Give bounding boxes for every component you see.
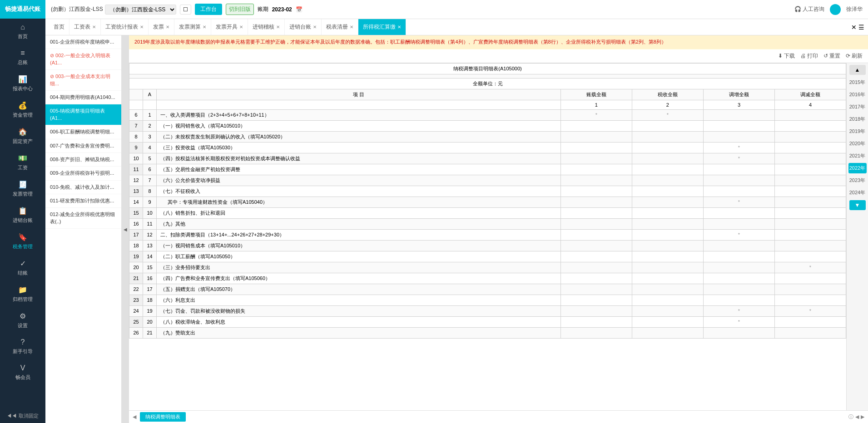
cell-14-d[interactable] bbox=[632, 197, 703, 207]
tab-payroll-stat-close[interactable]: ✕ bbox=[140, 25, 144, 30]
cell-17-e[interactable]: * bbox=[703, 229, 774, 240]
sidebar-item-guide[interactable]: ? 新手引导 bbox=[0, 334, 45, 359]
cell-11-e[interactable] bbox=[703, 164, 774, 175]
cell-22-e[interactable] bbox=[703, 284, 774, 295]
cell-16-d[interactable] bbox=[632, 218, 703, 229]
cell-7-e[interactable] bbox=[703, 120, 774, 131]
list-item-003[interactable]: ⊘ 003-一般企业成本支出明细... bbox=[45, 70, 121, 91]
tab-payroll-close[interactable]: ✕ bbox=[92, 25, 96, 30]
user-service[interactable]: 🎧 人工咨询 bbox=[794, 5, 824, 13]
cell-21-f[interactable] bbox=[774, 273, 846, 284]
list-item-002[interactable]: ⊘ 002-一般企业收入明细表(A1... bbox=[45, 49, 121, 70]
tab-invoice-close[interactable]: ✕ bbox=[166, 25, 169, 30]
cell-22-f[interactable] bbox=[774, 284, 846, 295]
cell-6-d[interactable]: * bbox=[632, 109, 703, 120]
cell-17-f[interactable] bbox=[774, 229, 846, 240]
sidebar-item-settings[interactable]: ⚙ 设置 bbox=[0, 307, 45, 334]
goto-old-button[interactable]: 切到旧版 bbox=[226, 4, 254, 15]
cell-15-c[interactable] bbox=[560, 207, 632, 218]
tab-invoice-calc[interactable]: 发票测算 ✕ bbox=[174, 19, 211, 35]
cell-14-e[interactable]: * bbox=[703, 197, 774, 207]
year-nav-up[interactable]: ▲ bbox=[849, 65, 866, 75]
tab-purchase-check-close[interactable]: ✕ bbox=[276, 25, 280, 30]
year-2022[interactable]: 2022年 bbox=[848, 163, 867, 173]
minimize-icon[interactable]: ☰ bbox=[858, 24, 864, 31]
cell-9-e[interactable]: * bbox=[703, 142, 774, 153]
cell-16-f[interactable] bbox=[774, 218, 846, 229]
cell-11-f[interactable] bbox=[774, 164, 846, 175]
sidebar-item-ledger[interactable]: ≡ 总账 bbox=[0, 44, 45, 70]
cell-7-d[interactable] bbox=[632, 120, 703, 131]
download-btn[interactable]: ⬇ 下载 bbox=[778, 52, 795, 60]
cell-6-f[interactable] bbox=[774, 109, 846, 120]
tab-income-tax-close[interactable]: ✕ bbox=[397, 25, 401, 30]
cell-13-d[interactable] bbox=[632, 186, 703, 197]
cell-21-e[interactable] bbox=[703, 273, 774, 284]
cell-25-f[interactable] bbox=[774, 316, 846, 327]
year-2017[interactable]: 2017年 bbox=[848, 102, 867, 112]
cell-8-e[interactable] bbox=[703, 131, 774, 142]
collapse-panel-btn[interactable]: ◀ bbox=[122, 35, 129, 423]
sidebar-item-invoice[interactable]: 🧾 发票管理 bbox=[0, 176, 45, 202]
year-2019[interactable]: 2019年 bbox=[848, 126, 867, 137]
cell-26-c[interactable] bbox=[560, 327, 632, 338]
cell-19-d[interactable] bbox=[632, 251, 703, 262]
cell-12-f[interactable] bbox=[774, 175, 846, 186]
sidebar-item-fixed-assets[interactable]: 🏠 固定资产 bbox=[0, 123, 45, 149]
year-2016[interactable]: 2016年 bbox=[848, 89, 867, 100]
cell-14-f[interactable] bbox=[774, 197, 846, 207]
cell-13-c[interactable] bbox=[560, 186, 632, 197]
close-all-icon[interactable]: ✕ bbox=[851, 24, 857, 31]
cell-11-d[interactable] bbox=[632, 164, 703, 175]
cell-10-e[interactable]: * bbox=[703, 153, 774, 164]
period-icon[interactable]: 📅 bbox=[296, 6, 303, 13]
tab-tax-list-close[interactable]: ✕ bbox=[350, 25, 353, 30]
list-item-004[interactable]: 004-期间费用明细表(A1040... bbox=[45, 91, 121, 104]
cell-10-c[interactable] bbox=[560, 153, 632, 164]
list-item-010[interactable]: 010-免税、减计收入及加计... bbox=[45, 181, 121, 194]
tab-payroll-stat[interactable]: 工资统计报表 ✕ bbox=[101, 19, 149, 35]
tab-income-tax[interactable]: 所得税汇算缴 ✕ bbox=[358, 19, 406, 35]
cell-19-c[interactable] bbox=[560, 251, 632, 262]
list-item-011[interactable]: 011-研发费用加计扣除优惠... bbox=[45, 194, 121, 208]
cell-26-d[interactable] bbox=[632, 327, 703, 338]
cell-12-e[interactable] bbox=[703, 175, 774, 186]
cell-26-e[interactable] bbox=[703, 327, 774, 338]
cell-10-d[interactable] bbox=[632, 153, 703, 164]
cell-15-f[interactable] bbox=[774, 207, 846, 218]
sidebar-item-report[interactable]: 📊 报表中心 bbox=[0, 70, 45, 97]
sidebar-item-payroll[interactable]: 💵 工资 bbox=[0, 149, 45, 176]
cell-19-e[interactable] bbox=[703, 251, 774, 262]
cell-10-f[interactable] bbox=[774, 153, 846, 164]
tab-invoice-calc-close[interactable]: ✕ bbox=[203, 25, 206, 30]
sidebar-item-close[interactable]: ✓ 结账 bbox=[0, 255, 45, 281]
cell-9-d[interactable] bbox=[632, 142, 703, 153]
cell-15-d[interactable] bbox=[632, 207, 703, 218]
sidebar-item-tax[interactable]: 🔖 税务管理 bbox=[0, 228, 45, 255]
cell-6-c[interactable]: * bbox=[560, 109, 632, 120]
cell-23-d[interactable] bbox=[632, 295, 703, 305]
cell-18-d[interactable] bbox=[632, 240, 703, 251]
scroll-next[interactable]: ▶ bbox=[861, 414, 864, 420]
cell-24-c[interactable] bbox=[560, 305, 632, 316]
cell-7-c[interactable] bbox=[560, 120, 632, 131]
cell-26-f[interactable] bbox=[774, 327, 846, 338]
tab-purchase-ledger[interactable]: 进销台账 ✕ bbox=[285, 19, 322, 35]
cell-8-f[interactable] bbox=[774, 131, 846, 142]
cell-21-c[interactable] bbox=[560, 273, 632, 284]
cell-18-e[interactable] bbox=[703, 240, 774, 251]
reset-btn[interactable]: ↺ 重置 bbox=[823, 52, 840, 60]
cell-25-d[interactable] bbox=[632, 316, 703, 327]
cell-15-e[interactable] bbox=[703, 207, 774, 218]
cell-17-c[interactable] bbox=[560, 229, 632, 240]
tab-purchase-check[interactable]: 进销稽核 ✕ bbox=[248, 19, 285, 35]
list-item-012[interactable]: 012-减免企业所得税优惠明细表(..) bbox=[45, 208, 121, 229]
sidebar-item-home[interactable]: ⌂ 首页 bbox=[0, 19, 45, 44]
cell-12-c[interactable] bbox=[560, 175, 632, 186]
cell-8-c[interactable] bbox=[560, 131, 632, 142]
tab-tax-list[interactable]: 税表清册 ✕ bbox=[322, 19, 358, 35]
list-item-007[interactable]: 007-广告费和业务宣传费明... bbox=[45, 139, 121, 153]
scroll-prev[interactable]: ◀ bbox=[855, 414, 859, 420]
cell-22-c[interactable] bbox=[560, 284, 632, 295]
cell-20-c[interactable] bbox=[560, 262, 632, 273]
